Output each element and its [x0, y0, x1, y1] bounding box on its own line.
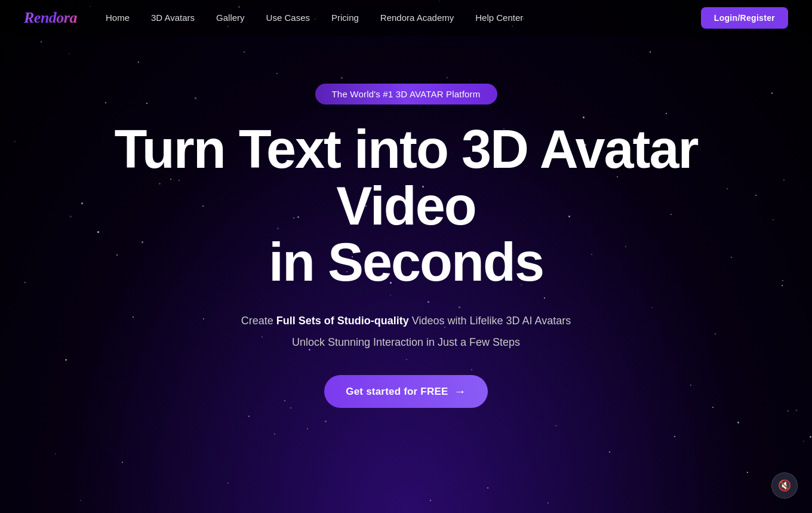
- cta-arrow-icon: →: [454, 385, 466, 398]
- star: [788, 410, 789, 411]
- cta-button[interactable]: Get started for FREE →: [324, 375, 487, 408]
- star: [55, 453, 56, 454]
- mute-icon: 🔇: [778, 479, 791, 492]
- star: [548, 502, 549, 503]
- star: [80, 500, 81, 501]
- nav-item-pricing[interactable]: Pricing: [331, 13, 359, 23]
- star: [737, 422, 739, 423]
- logo-text: Rendora: [24, 9, 77, 26]
- star: [227, 483, 229, 484]
- nav-link-pricing[interactable]: Pricing: [331, 13, 359, 23]
- navbar: Rendora Home 3D Avatars Gallery Use Case…: [0, 0, 812, 36]
- nav-item-home[interactable]: Home: [106, 13, 130, 23]
- navbar-left: Rendora Home 3D Avatars Gallery Use Case…: [24, 9, 523, 27]
- star: [325, 420, 327, 422]
- hero-subtitle: Create Full Sets of Studio-quality Video…: [241, 312, 571, 330]
- star: [674, 436, 675, 437]
- nav-item-3davatars[interactable]: 3D Avatars: [151, 13, 195, 23]
- star: [248, 416, 250, 417]
- star: [803, 441, 804, 442]
- hero-section: The World's #1 3D AVATAR Platform Turn T…: [0, 36, 812, 408]
- hero-badge: The World's #1 3D AVATAR Platform: [315, 84, 497, 105]
- hero-subtitle-rest: Videos with Lifelike 3D AI Avatars: [409, 315, 571, 327]
- logo[interactable]: Rendora: [24, 9, 77, 27]
- nav-link-gallery[interactable]: Gallery: [216, 13, 245, 23]
- nav-item-academy[interactable]: Rendora Academy: [380, 13, 454, 23]
- nav-item-helpcenter[interactable]: Help Center: [475, 13, 523, 23]
- star: [307, 428, 308, 429]
- star: [430, 500, 431, 501]
- nav-link-home[interactable]: Home: [106, 13, 130, 23]
- login-register-button[interactable]: Login/Register: [701, 7, 788, 29]
- star: [555, 425, 556, 426]
- hero-subtitle2: Unlock Stunning Interaction in Just a Fe…: [292, 336, 520, 349]
- cta-label: Get started for FREE: [346, 386, 448, 398]
- hero-title-line1: Turn Text into 3D Avatar: [114, 119, 697, 179]
- star: [747, 472, 748, 473]
- hero-title: Turn Text into 3D Avatar Video in Second…: [114, 121, 697, 291]
- nav-link-helpcenter[interactable]: Help Center: [475, 13, 523, 23]
- star: [487, 487, 488, 489]
- nav-links: Home 3D Avatars Gallery Use Cases Pricin…: [106, 13, 523, 23]
- star: [274, 434, 275, 435]
- nav-link-usecases[interactable]: Use Cases: [266, 13, 310, 23]
- nav-link-academy[interactable]: Rendora Academy: [380, 13, 454, 23]
- nav-item-gallery[interactable]: Gallery: [216, 13, 245, 23]
- star: [810, 436, 811, 438]
- hero-subtitle-plain: Create: [241, 315, 276, 327]
- nav-item-usecases[interactable]: Use Cases: [266, 13, 310, 23]
- hero-title-line3: in Seconds: [269, 232, 543, 292]
- mute-button[interactable]: 🔇: [771, 472, 798, 499]
- star: [609, 451, 610, 453]
- star: [796, 410, 797, 411]
- nav-link-3davatars[interactable]: 3D Avatars: [151, 13, 195, 23]
- hero-subtitle-bold: Full Sets of Studio-quality: [276, 315, 409, 327]
- star: [122, 462, 123, 463]
- hero-title-line2: Video: [336, 176, 475, 236]
